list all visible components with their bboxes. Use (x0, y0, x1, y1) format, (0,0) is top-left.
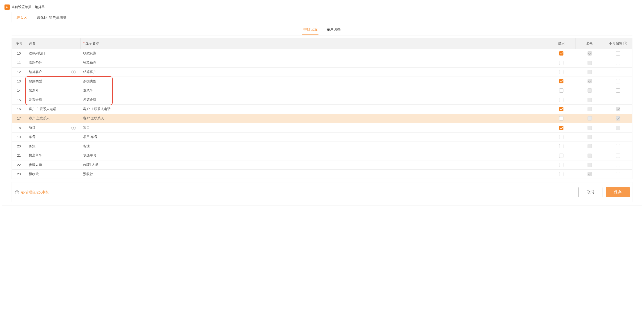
row-col-name: 发票金额 (26, 95, 80, 104)
subtab-0[interactable]: 字段设置 (302, 25, 318, 35)
required-checkbox (588, 135, 592, 139)
required-checkbox (588, 116, 592, 120)
cell-readonly (604, 170, 632, 178)
show-checkbox[interactable] (559, 98, 564, 102)
row-num: 12 (12, 67, 26, 76)
show-checkbox[interactable] (559, 163, 564, 167)
row-display-name[interactable]: 客户.主联系人 (80, 114, 547, 123)
row-display-name[interactable]: 收款条件 (80, 58, 547, 67)
tab-1[interactable]: 表体区-销货单明细 (32, 12, 72, 22)
cell-show (547, 58, 576, 67)
readonly-checkbox[interactable] (616, 163, 620, 167)
row-display-name[interactable]: 票据类型 (80, 76, 547, 86)
row-num: 18 (12, 123, 26, 132)
table-row: 15发票金额发票金额 (12, 95, 632, 104)
footer-left: ? 管理自定义字段 (14, 190, 49, 194)
help-icon[interactable]: ? (15, 190, 19, 194)
readonly-checkbox[interactable] (616, 172, 620, 176)
manage-custom-fields-link[interactable]: 管理自定义字段 (21, 190, 49, 194)
row-display-name[interactable]: 项目 (80, 123, 547, 132)
readonly-checkbox[interactable] (616, 154, 620, 158)
tab-0[interactable]: 表头区 (12, 12, 32, 22)
row-col-name: 收款条件 (26, 58, 80, 67)
col-header-num: 序号 (12, 38, 26, 49)
cell-required (576, 170, 604, 178)
readonly-checkbox[interactable] (616, 88, 620, 92)
cell-readonly (604, 95, 632, 104)
required-checkbox (588, 154, 592, 158)
show-checkbox[interactable] (559, 154, 564, 158)
table-row: 21快递单号快递单号 (12, 151, 632, 160)
cell-required (576, 86, 604, 95)
show-checkbox[interactable] (559, 144, 564, 148)
show-checkbox[interactable] (559, 70, 564, 74)
show-checkbox[interactable] (559, 172, 564, 176)
row-num: 15 (12, 95, 26, 104)
collapse-toggle-icon[interactable] (4, 4, 10, 10)
required-checkbox (588, 70, 592, 74)
show-checkbox[interactable] (559, 51, 564, 56)
row-display-name[interactable]: 预收款 (80, 170, 547, 178)
cell-show (547, 76, 576, 86)
cell-show (547, 132, 576, 142)
show-checkbox[interactable] (559, 116, 564, 120)
row-display-name[interactable]: 收款到期日 (80, 49, 547, 58)
cell-show (547, 67, 576, 76)
table-row: 10收款到期日收款到期日 (12, 49, 632, 58)
cell-readonly (604, 67, 632, 76)
row-col-name: 项目+ (26, 123, 80, 132)
help-icon[interactable]: ? (623, 42, 627, 45)
cell-required (576, 95, 604, 104)
footer-bar: ? 管理自定义字段 取消 保存 (12, 182, 632, 202)
show-checkbox[interactable] (559, 61, 564, 65)
row-display-name[interactable]: 项目.车号 (80, 132, 547, 142)
cell-readonly (604, 76, 632, 86)
show-checkbox[interactable] (559, 107, 564, 111)
readonly-checkbox[interactable] (616, 79, 620, 84)
show-checkbox[interactable] (559, 79, 564, 84)
sub-tabs: 字段设置布局调整 (12, 22, 632, 36)
table-row: 12结算客户+结算客户 (12, 67, 632, 76)
cell-show (547, 95, 576, 104)
subtab-1[interactable]: 布局调整 (326, 25, 342, 35)
readonly-checkbox[interactable] (616, 144, 620, 148)
cell-readonly (604, 142, 632, 151)
row-col-name: 预收款 (26, 170, 80, 178)
row-display-name[interactable]: 发票号 (80, 86, 547, 95)
required-checkbox (588, 88, 592, 92)
col-header-show: 显示 (547, 38, 576, 49)
readonly-checkbox[interactable] (616, 51, 620, 56)
readonly-checkbox[interactable] (616, 135, 620, 139)
cancel-button[interactable]: 取消 (578, 187, 602, 197)
row-col-name: 客户.主联系人电话 (26, 104, 80, 114)
row-col-name: 车号 (26, 132, 80, 142)
cell-required (576, 58, 604, 67)
row-display-name[interactable]: 快递单号 (80, 151, 547, 160)
row-col-name: 备注 (26, 142, 80, 151)
row-display-name[interactable]: 客户.主联系人电话 (80, 104, 547, 114)
row-num: 22 (12, 160, 26, 170)
plus-icon[interactable]: + (71, 126, 76, 130)
readonly-checkbox[interactable] (616, 70, 620, 74)
row-display-name[interactable]: 结算客户 (80, 67, 547, 76)
table-row: 23预收款预收款 (12, 170, 632, 178)
plus-icon[interactable]: + (71, 70, 76, 74)
row-num: 13 (12, 76, 26, 86)
table-row: 20备注备注 (12, 142, 632, 151)
field-table: 序号 列名 *显示名称 显示 必录 不可编辑? 10收款到期日收款到期日11收款… (12, 38, 632, 179)
show-checkbox[interactable] (559, 135, 564, 139)
show-checkbox[interactable] (559, 126, 564, 130)
row-col-name: 收款到期日 (26, 49, 80, 58)
manage-link-label: 管理自定义字段 (26, 190, 49, 194)
row-display-name[interactable]: 发票金额 (80, 95, 547, 104)
row-display-name[interactable]: 步骤1人员 (80, 160, 547, 170)
row-display-name[interactable]: 备注 (80, 142, 547, 151)
cell-readonly (604, 132, 632, 142)
show-checkbox[interactable] (559, 88, 564, 92)
readonly-checkbox[interactable] (616, 98, 620, 102)
row-num: 11 (12, 58, 26, 67)
readonly-checkbox[interactable] (616, 61, 620, 65)
readonly-checkbox (616, 126, 620, 130)
save-button[interactable]: 保存 (606, 187, 630, 197)
table-row: 19车号项目.车号 (12, 132, 632, 142)
